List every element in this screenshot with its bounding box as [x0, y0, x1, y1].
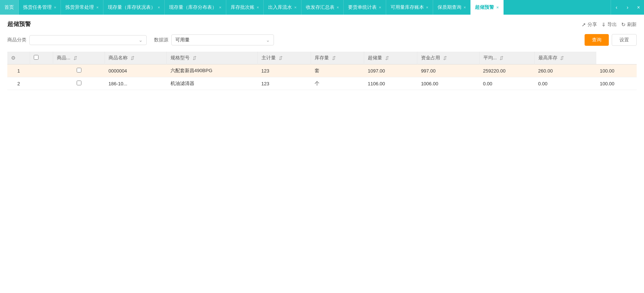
page-actions: ➚ 分享 ⇓ 导出 ↻ 刷新 — [582, 21, 637, 28]
nav-prev-arrow[interactable]: ‹ — [611, 0, 622, 15]
category-select[interactable]: ⌄ — [29, 35, 147, 45]
nav-close-7[interactable]: × — [337, 5, 339, 10]
datasource-value: 可用量 — [175, 37, 190, 43]
col-capital: 资金占用 ⇵ — [417, 52, 479, 64]
category-label: 商品分类 — [7, 37, 26, 43]
sort-capital-icon[interactable]: ⇵ — [443, 55, 447, 61]
row-settings-0 — [30, 64, 53, 77]
row-spec-0: 123 — [258, 64, 311, 77]
nav-close-9[interactable]: × — [426, 5, 428, 10]
col-spec-label: 规格型号 — [171, 55, 190, 60]
row-unit-0: 套 — [311, 64, 364, 77]
settings-button[interactable]: 设置 — [612, 34, 637, 46]
sort-spec-icon[interactable]: ⇵ — [193, 55, 197, 61]
select-all-checkbox[interactable] — [34, 55, 39, 60]
col-capital-label: 资金占用 — [421, 55, 440, 60]
sort-max-icon[interactable]: ⇵ — [560, 55, 564, 61]
row-capital-0: 259220.00 — [479, 64, 534, 77]
page-content: 超储预警 ➚ 分享 ⇓ 导出 ↻ 刷新 商品分类 ⌄ 数据源 — [0, 15, 644, 293]
export-label: 导出 — [607, 21, 617, 28]
nav-close-6[interactable]: × — [294, 5, 296, 10]
col-code: 商品... ⇵ — [53, 52, 105, 64]
nav-item-7[interactable]: 收发存汇总表× — [301, 0, 344, 15]
col-unit: 主计量 ⇵ — [258, 52, 311, 64]
row-checkbox-0[interactable] — [77, 68, 81, 73]
row-overstock-1: 1006.00 — [417, 77, 479, 90]
nav-item-0[interactable]: 首页 — [0, 0, 19, 15]
nav-close-10[interactable]: × — [464, 5, 466, 10]
sort-unit-icon[interactable]: ⇵ — [279, 55, 283, 61]
sort-stock-icon[interactable]: ⇵ — [332, 55, 336, 61]
nav-next-arrow[interactable]: › — [622, 0, 633, 15]
nav-item-5[interactable]: 库存批次账× — [226, 0, 264, 15]
nav-item-3[interactable]: 现存量（库存状况表）× — [103, 0, 165, 15]
row-checkbox-cell-0 — [53, 64, 105, 77]
share-label: 分享 — [588, 21, 597, 28]
share-button[interactable]: ➚ 分享 — [582, 21, 597, 28]
row-code-0: 0000004 — [105, 64, 167, 77]
nav-close-arrow[interactable]: × — [633, 0, 644, 15]
nav-close-5[interactable]: × — [257, 5, 259, 10]
row-capital-1: 0.00 — [479, 77, 534, 90]
datasource-label: 数据源 — [154, 37, 168, 43]
sort-overstock-icon[interactable]: ⇵ — [385, 55, 389, 61]
col-avg-label: 平均... — [483, 55, 497, 60]
settings-gear-icon[interactable]: ⚙ — [11, 55, 16, 61]
query-button[interactable]: 查询 — [585, 34, 609, 46]
sort-code-icon[interactable]: ⇵ — [73, 55, 77, 61]
nav-item-2[interactable]: 拣货异常处理× — [61, 0, 103, 15]
sort-name-icon[interactable]: ⇵ — [131, 55, 135, 61]
row-unit-1: 个 — [311, 77, 364, 90]
datasource-dropdown-arrow: ⌄ — [266, 37, 270, 43]
nav-close-11[interactable]: × — [496, 5, 498, 10]
share-icon: ➚ — [582, 22, 586, 27]
filter-row: 商品分类 ⌄ 数据源 可用量 ⌄ 查询 设置 — [7, 34, 637, 46]
row-max-0: 100.00 — [596, 64, 637, 77]
nav-close-1[interactable]: × — [54, 5, 56, 10]
col-overstock-label: 超储量 — [368, 55, 382, 60]
datasource-filter: 数据源 可用量 ⌄ — [154, 34, 274, 45]
table-body: 1 0000004 六配套新昌490BPG 123 套 1097.00 997.… — [7, 64, 637, 90]
sort-avg-icon[interactable]: ⇵ — [500, 55, 504, 61]
table-header: ⚙ 商品... ⇵ 商品名称 ⇵ 规格型号 ⇵ 主计量 — [7, 52, 637, 64]
nav-close-3[interactable]: × — [158, 5, 160, 10]
col-unit-label: 主计量 — [261, 55, 276, 60]
refresh-icon: ↻ — [621, 22, 626, 27]
row-overstock-0: 997.00 — [417, 64, 479, 77]
col-stock: 库存量 ⇵ — [311, 52, 364, 64]
row-code-1: 186-10... — [105, 77, 167, 90]
row-stock-1: 1106.00 — [364, 77, 417, 90]
nav-arrows: ‹ › × — [611, 0, 644, 15]
nav-item-11[interactable]: 超储预警× — [471, 0, 503, 15]
table-row: 1 0000004 六配套新昌490BPG 123 套 1097.00 997.… — [7, 64, 637, 77]
row-checkbox-1[interactable] — [77, 81, 81, 85]
col-overstock: 超储量 ⇵ — [364, 52, 417, 64]
refresh-button[interactable]: ↻ 刷新 — [621, 21, 637, 28]
export-button[interactable]: ⇓ 导出 — [601, 21, 617, 28]
col-checkbox — [30, 52, 53, 64]
nav-close-8[interactable]: × — [379, 5, 381, 10]
col-stock-label: 库存量 — [315, 55, 329, 60]
row-name-1: 机油滤清器 — [167, 77, 258, 90]
col-max: 最高库存 ⇵ — [534, 52, 596, 64]
col-max-label: 最高库存 — [538, 55, 557, 60]
col-settings: ⚙ — [7, 52, 30, 64]
col-name-label: 商品名称 — [109, 55, 128, 60]
row-avg-0: 260.00 — [534, 64, 596, 77]
nav-close-4[interactable]: × — [219, 5, 221, 10]
nav-item-6[interactable]: 出入库流水× — [264, 0, 301, 15]
row-name-0: 六配套新昌490BPG — [167, 64, 258, 77]
nav-item-4[interactable]: 现存量（库存分布表）× — [165, 0, 226, 15]
nav-item-1[interactable]: 拣货任务管理× — [19, 0, 61, 15]
nav-item-10[interactable]: 保质期查询× — [433, 0, 471, 15]
nav-item-9[interactable]: 可用量库存账本× — [386, 0, 433, 15]
row-checkbox-cell-1 — [53, 77, 105, 90]
filter-buttons: 查询 设置 — [585, 34, 637, 46]
row-num-0: 1 — [7, 64, 30, 77]
datasource-select[interactable]: 可用量 ⌄ — [171, 34, 274, 45]
nav-item-8[interactable]: 要货单统计表× — [344, 0, 386, 15]
nav-close-2[interactable]: × — [96, 5, 98, 10]
row-num-1: 2 — [7, 77, 30, 90]
row-max-1: 100.00 — [596, 77, 637, 90]
table-row: 2 186-10... 机油滤清器 123 个 1106.00 1006.00 … — [7, 77, 637, 90]
